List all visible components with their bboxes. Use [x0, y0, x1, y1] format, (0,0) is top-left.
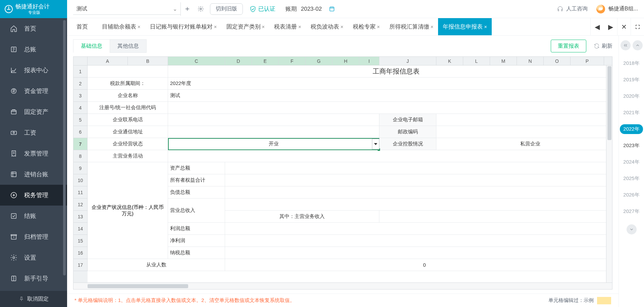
tab-close-all[interactable]: ✕ [617, 18, 631, 35]
col-header-F[interactable]: F [279, 57, 306, 65]
val-status[interactable]: 开业 [168, 138, 379, 150]
sidebar-item-invoice[interactable]: 发票管理 [0, 143, 67, 164]
col-header-D[interactable]: D [225, 57, 252, 65]
year-2022年[interactable]: 2022年 [620, 124, 643, 134]
consult-button[interactable]: 人工咨询 [557, 5, 588, 12]
year-2026年[interactable]: 2026年 [620, 190, 643, 200]
company-select[interactable]: 测试 ⌄ [73, 3, 180, 15]
val-r11[interactable] [225, 186, 612, 199]
tab-close-icon[interactable]: × [340, 24, 343, 30]
add-button[interactable] [180, 2, 194, 16]
year-2025年[interactable]: 2025年 [620, 174, 643, 183]
sidebar-item-asset[interactable]: 固定资产 [0, 101, 67, 122]
cell-dropdown-button[interactable] [372, 139, 379, 149]
sidebar-item-stock[interactable]: 进销台账 [0, 164, 67, 185]
val-email[interactable] [436, 114, 612, 126]
tab-固定资产类别[interactable]: 固定资产类别 × [222, 18, 270, 35]
sidebar-item-salary[interactable]: 工资 [0, 122, 67, 143]
col-header-A[interactable]: A [88, 57, 128, 65]
col-header-P[interactable]: P [571, 57, 604, 65]
col-header-I[interactable]: I [359, 57, 379, 65]
val-mainbiz[interactable] [168, 150, 612, 162]
row-header-16[interactable]: 16 [73, 247, 88, 259]
col-header-N[interactable]: N [517, 57, 544, 65]
year-up-button[interactable] [633, 40, 643, 50]
val-r16[interactable] [225, 247, 612, 259]
tab-close-icon[interactable]: × [431, 24, 434, 30]
row-header-2[interactable]: 2 [73, 78, 88, 90]
val-regno[interactable] [168, 102, 612, 114]
col-header-M[interactable]: M [490, 57, 517, 65]
sidebar-item-guide[interactable]: 新手引导 [0, 268, 67, 289]
row-header-9[interactable]: 9 [73, 162, 88, 174]
tab-首页[interactable]: 首页 [67, 18, 97, 35]
val-r15[interactable] [225, 235, 612, 247]
year-down-button[interactable] [627, 224, 637, 234]
row-header-7[interactable]: 7 [73, 138, 88, 150]
col-header-O[interactable]: O [544, 57, 571, 65]
year-collapse-button[interactable] [621, 40, 631, 50]
cell[interactable] [88, 65, 168, 78]
sidebar-item-archive[interactable]: 归档管理 [0, 226, 67, 247]
val-phone[interactable] [168, 114, 379, 126]
col-header-C[interactable]: C [168, 57, 225, 65]
val-addr[interactable] [168, 126, 379, 138]
old-version-button[interactable]: 切到旧版 [210, 3, 243, 15]
tab-日记账与银行对账单核对[interactable]: 日记账与银行对账单核对 × [145, 18, 222, 35]
sidebar-item-settings[interactable]: 设置 [0, 247, 67, 268]
vertical-scrollbar[interactable] [606, 65, 612, 282]
val-emp[interactable]: 0 [225, 259, 612, 271]
year-2027年[interactable]: 2027年 [620, 207, 643, 216]
val-r14[interactable] [225, 223, 612, 235]
row-header-1[interactable]: 1 [73, 65, 88, 78]
tab-scroll-right[interactable]: ▶ [604, 18, 617, 35]
col-header-J[interactable]: J [379, 57, 436, 65]
val-r9[interactable] [225, 162, 612, 174]
tab-目辅助余额表[interactable]: 目辅助余额表 × [97, 18, 145, 35]
row-header-3[interactable]: 3 [73, 90, 88, 102]
sidebar-item-chart[interactable]: 报表中心 [0, 60, 67, 81]
row-header-4[interactable]: 4 [73, 102, 88, 114]
row-header-14[interactable]: 14 [73, 223, 88, 235]
refresh-button[interactable]: 刷新 [594, 43, 612, 50]
subtab-basic[interactable]: 基础信息 [73, 39, 110, 53]
year-2018年[interactable]: 2018年 [620, 58, 643, 68]
tab-close-icon[interactable]: × [377, 24, 380, 30]
year-2023年[interactable]: 2023年 [620, 141, 643, 150]
col-header-L[interactable]: L [463, 57, 490, 65]
row-header-8[interactable]: 8 [73, 150, 88, 162]
period-val[interactable]: 2022年度 [168, 78, 612, 90]
row-header-10[interactable]: 10 [73, 174, 88, 186]
select-all-corner[interactable] [73, 57, 88, 65]
row-header-5[interactable]: 5 [73, 114, 88, 126]
period-value[interactable]: 2023-02 [301, 6, 322, 12]
tab-年报信息申报表[interactable]: 年报信息申报表 × [438, 18, 492, 35]
year-2019年[interactable]: 2019年 [620, 75, 643, 85]
val-company[interactable]: 测试 [168, 90, 612, 102]
tab-所得税汇算清缴[interactable]: 所得税汇算清缴 × [385, 18, 438, 35]
col-header-K[interactable]: K [436, 57, 463, 65]
row-header-12[interactable]: 12 [73, 199, 88, 211]
tab-税表清册[interactable]: 税表清册 × [269, 18, 306, 35]
row-header-15[interactable]: 15 [73, 235, 88, 247]
calendar-button[interactable] [325, 2, 338, 16]
spreadsheet[interactable]: ABCDEFGHIJKLMNOPQ 1234567891011121314151… [73, 56, 612, 290]
year-2020年[interactable]: 2020年 [620, 91, 643, 101]
reset-report-button[interactable]: 重置报表 [551, 40, 586, 52]
tab-scroll-left[interactable]: ◀ [590, 18, 604, 35]
horizontal-scrollbar[interactable] [73, 282, 612, 289]
sidebar-item-tax[interactable]: 税务管理 [0, 185, 67, 206]
sidebar-item-close[interactable]: 结账 [0, 206, 67, 226]
val-mainrev[interactable] [379, 211, 612, 223]
val-r10[interactable] [225, 174, 612, 186]
tab-税检专家[interactable]: 税检专家 × [348, 18, 385, 35]
sidebar-item-home[interactable]: 首页 [0, 18, 67, 39]
subtab-other[interactable]: 其他信息 [110, 39, 147, 53]
settings-top-button[interactable] [194, 2, 207, 16]
row-header-13[interactable]: 13 [73, 211, 88, 223]
tab-close-icon[interactable]: × [214, 24, 217, 30]
unpin-button[interactable]: 取消固定 [0, 291, 67, 307]
row-header-11[interactable]: 11 [73, 186, 88, 199]
year-2024年[interactable]: 2024年 [620, 157, 643, 167]
col-header-E[interactable]: E [252, 57, 279, 65]
